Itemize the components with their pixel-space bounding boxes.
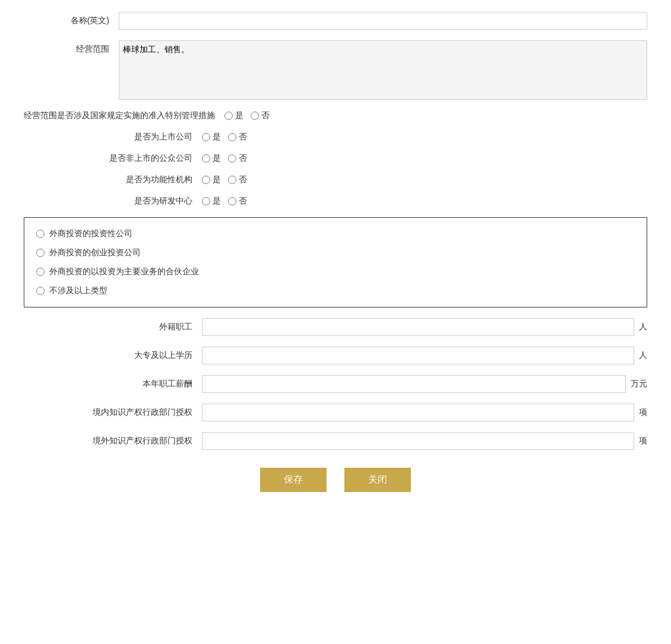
rd-no-item[interactable]: 否 — [228, 196, 247, 207]
domestic-ip-row: 境内知识产权行政部门授权 项 — [24, 404, 647, 421]
rd-center-row: 是否为研发中心 是 否 — [24, 196, 647, 207]
investment-type-box: 外商投资的投资性公司 外商投资的创业投资公司 外商投资的以投资为主要业务的合伙企… — [24, 217, 647, 307]
foreign-employees-input[interactable] — [202, 318, 634, 336]
rd-yes-radio[interactable] — [202, 197, 210, 205]
listed-yes-label[interactable]: 是 — [213, 132, 221, 142]
venture-capital-radio[interactable] — [36, 249, 45, 257]
annual-salary-unit: 万元 — [631, 379, 647, 389]
form-container: 各称(英文) 经营范围 棒球加工、销售。 经营范围是否涉及国家规定实施的准入特别… — [24, 12, 647, 492]
name-en-row: 各称(英文) — [24, 12, 647, 30]
unlisted-public-label: 是否非上市的公众公司 — [24, 153, 202, 164]
domestic-ip-label: 境内知识产权行政部门授权 — [24, 407, 202, 418]
special-management-label: 经营范围是否涉及国家规定实施的准入特别管理措施 — [24, 110, 224, 121]
annual-salary-row: 本年职工薪酬 万元 — [24, 375, 647, 393]
special-management-no-item[interactable]: 否 — [251, 110, 270, 121]
listed-yes-radio[interactable] — [202, 133, 210, 141]
name-en-label: 各称(英文) — [24, 15, 119, 26]
investment-company-label[interactable]: 外商投资的投资性公司 — [49, 229, 132, 239]
annual-salary-input[interactable] — [202, 375, 626, 393]
functional-no-radio[interactable] — [228, 176, 236, 184]
partnership-radio[interactable] — [36, 268, 45, 276]
overseas-ip-unit: 项 — [639, 436, 647, 446]
overseas-ip-input[interactable] — [202, 432, 634, 450]
business-scope-textarea[interactable]: 棒球加工、销售。 — [119, 40, 647, 100]
listed-yes-item[interactable]: 是 — [202, 132, 221, 142]
foreign-employees-unit: 人 — [639, 322, 647, 332]
not-applicable-row[interactable]: 不涉及以上类型 — [36, 285, 635, 296]
foreign-employees-row: 外籍职工 人 — [24, 318, 647, 336]
college-education-input[interactable] — [202, 347, 634, 364]
rd-no-radio[interactable] — [228, 197, 236, 205]
partnership-label[interactable]: 外商投资的以投资为主要业务的合伙企业 — [49, 267, 199, 277]
special-management-yes-item[interactable]: 是 — [224, 110, 243, 121]
functional-no-label[interactable]: 否 — [239, 175, 247, 185]
business-scope-row: 经营范围 棒球加工、销售。 — [24, 40, 647, 100]
rd-yes-item[interactable]: 是 — [202, 196, 221, 207]
special-management-yes-radio[interactable] — [224, 112, 233, 120]
functional-institution-label: 是否为功能性机构 — [24, 175, 202, 185]
functional-yes-label[interactable]: 是 — [213, 175, 221, 185]
special-management-row: 经营范围是否涉及国家规定实施的准入特别管理措施 是 否 — [24, 110, 647, 121]
annual-salary-label: 本年职工薪酬 — [24, 379, 202, 389]
unlisted-public-row: 是否非上市的公众公司 是 否 — [24, 153, 647, 164]
college-education-label: 大专及以上学历 — [24, 350, 202, 361]
unlisted-yes-label[interactable]: 是 — [213, 153, 221, 164]
unlisted-no-radio[interactable] — [228, 154, 236, 163]
rd-no-label[interactable]: 否 — [239, 196, 247, 207]
college-education-unit: 人 — [639, 350, 647, 361]
venture-capital-label[interactable]: 外商投资的创业投资公司 — [49, 248, 141, 258]
name-en-input[interactable] — [119, 12, 647, 30]
close-button[interactable]: 关闭 — [344, 468, 411, 492]
overseas-ip-row: 境外知识产权行政部门授权 项 — [24, 432, 647, 450]
listed-company-row: 是否为上市公司 是 否 — [24, 132, 647, 142]
functional-institution-row: 是否为功能性机构 是 否 — [24, 175, 647, 185]
not-applicable-label[interactable]: 不涉及以上类型 — [49, 285, 107, 296]
rd-yes-label[interactable]: 是 — [213, 196, 221, 207]
unlisted-no-item[interactable]: 否 — [228, 153, 247, 164]
functional-no-item[interactable]: 否 — [228, 175, 247, 185]
unlisted-no-label[interactable]: 否 — [239, 153, 247, 164]
functional-yes-item[interactable]: 是 — [202, 175, 221, 185]
rd-radio-group: 是 否 — [202, 196, 247, 207]
unlisted-yes-item[interactable]: 是 — [202, 153, 221, 164]
not-applicable-radio[interactable] — [36, 287, 45, 295]
save-button[interactable]: 保存 — [260, 468, 327, 492]
investment-company-radio[interactable] — [36, 230, 45, 238]
functional-radio-group: 是 否 — [202, 175, 247, 185]
investment-company-row[interactable]: 外商投资的投资性公司 — [36, 229, 635, 239]
unlisted-public-radio-group: 是 否 — [202, 153, 247, 164]
unlisted-yes-radio[interactable] — [202, 154, 210, 163]
special-management-no-radio[interactable] — [251, 112, 259, 120]
special-management-no-label[interactable]: 否 — [261, 110, 270, 121]
partnership-row[interactable]: 外商投资的以投资为主要业务的合伙企业 — [36, 267, 635, 277]
business-scope-label: 经营范围 — [24, 40, 119, 55]
domestic-ip-unit: 项 — [639, 407, 647, 418]
listed-company-label: 是否为上市公司 — [24, 132, 202, 142]
rd-center-label: 是否为研发中心 — [24, 196, 202, 207]
button-row: 保存 关闭 — [24, 468, 647, 492]
overseas-ip-label: 境外知识产权行政部门授权 — [24, 436, 202, 446]
listed-company-radio-group: 是 否 — [202, 132, 247, 142]
venture-capital-row[interactable]: 外商投资的创业投资公司 — [36, 248, 635, 258]
listed-no-item[interactable]: 否 — [228, 132, 247, 142]
functional-yes-radio[interactable] — [202, 176, 210, 184]
domestic-ip-input[interactable] — [202, 404, 634, 421]
college-education-row: 大专及以上学历 人 — [24, 347, 647, 364]
listed-no-label[interactable]: 否 — [239, 132, 247, 142]
listed-no-radio[interactable] — [228, 133, 236, 141]
special-management-yes-label[interactable]: 是 — [235, 110, 243, 121]
foreign-employees-label: 外籍职工 — [24, 322, 202, 332]
special-management-radio-group: 是 否 — [224, 110, 270, 121]
